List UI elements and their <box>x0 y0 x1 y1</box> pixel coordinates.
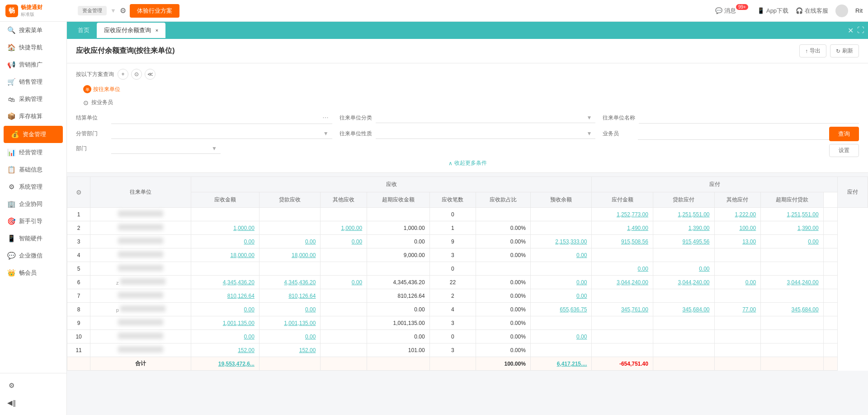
table-cell[interactable]: 915,508.56 <box>592 235 653 248</box>
table-cell[interactable]: 345,761.00 <box>592 303 653 316</box>
table-cell[interactable]: 0.00 <box>321 276 367 289</box>
sidebar-item-nav[interactable]: 🏠 快捷导航 <box>0 39 66 56</box>
scheme-yewuyuan[interactable]: ⊙ 按业务员 <box>80 97 859 108</box>
table-cell[interactable]: 3,044,240.00 <box>592 276 653 289</box>
export-button[interactable]: ↑ 导出 <box>799 44 826 57</box>
table-cell[interactable]: 915,495.56 <box>653 235 714 248</box>
fengguan-select-wrapper[interactable]: ▼ <box>111 129 332 139</box>
table-cell[interactable]: 1,252,773.00 <box>592 208 653 221</box>
online-service-button[interactable]: 🎧 在线客服 <box>796 7 828 15</box>
table-cell[interactable]: 0.00 <box>714 276 761 289</box>
tab-expand-btn[interactable]: ⛶ <box>857 26 864 35</box>
tab-close-btn[interactable]: ✕ <box>848 26 854 35</box>
table-cell[interactable]: 0.00 <box>191 303 259 316</box>
table-cell[interactable]: 1,390.00 <box>653 221 714 235</box>
avatar[interactable] <box>835 5 848 17</box>
sidebar-item-search[interactable]: 🔍 搜索菜单 <box>0 22 66 39</box>
xingzhi-select-wrapper[interactable]: ▼ <box>376 129 596 139</box>
table-cell[interactable]: 0.00 <box>259 330 321 343</box>
nav-breadcrumb[interactable]: 资金管理 <box>78 6 107 15</box>
table-cell[interactable]: 2,153,333.00 <box>530 235 592 248</box>
table-cell[interactable]: 3,044,240.00 <box>653 276 714 289</box>
table-cell[interactable]: 0.00 <box>321 235 367 248</box>
table-cell[interactable]: 810,126.64 <box>191 289 259 303</box>
table-cell[interactable]: 1,222.00 <box>714 208 761 221</box>
sidebar-item-marketing[interactable]: 📢 营销推广 <box>0 56 66 73</box>
sidebar-item-cooperation[interactable]: 🏢 企业协同 <box>0 196 66 213</box>
table-cell[interactable]: 810,126.64 <box>259 289 321 303</box>
sidebar-item-hardware[interactable]: 📱 智能硬件 <box>0 230 66 247</box>
table-cell[interactable]: 1,000.00 <box>321 221 367 235</box>
table-cell[interactable]: 4,345,436.20 <box>191 276 259 289</box>
add-scheme-button[interactable]: + <box>118 69 128 80</box>
table-cell[interactable]: 1,490.00 <box>592 221 653 235</box>
table-cell[interactable]: 0.00 <box>191 330 259 343</box>
table-cell[interactable]: 1,251,551.00 <box>653 208 714 221</box>
table-cell[interactable]: 18,000.00 <box>191 248 259 262</box>
table-cell[interactable]: 0.00 <box>191 235 259 248</box>
table-cell[interactable]: 0.00 <box>530 248 592 262</box>
bumen-select-wrapper[interactable]: ▼ <box>111 143 221 154</box>
message-button[interactable]: 💬 消息 99+ <box>715 7 750 15</box>
sidebar-item-collapse[interactable]: ◀‖ <box>0 394 66 411</box>
sidebar-item-weixin[interactable]: 💬 企业微信 <box>0 247 66 264</box>
sidebar-item-inventory[interactable]: 📦 库存核算 <box>0 108 66 125</box>
app-download-button[interactable]: 📱 App下载 <box>757 7 788 15</box>
sidebar-item-member[interactable]: 👑 畅会员 <box>0 264 66 281</box>
sidebar-item-finance[interactable]: 💰 资金管理 <box>4 126 63 143</box>
table-cell[interactable]: 13.00 <box>714 235 761 248</box>
jiesuan-input[interactable] <box>115 114 322 121</box>
table-cell[interactable]: 1,001,135.00 <box>259 316 321 330</box>
arrow-scheme-button[interactable]: ≪ <box>145 69 156 80</box>
table-cell[interactable]: 345,684.00 <box>653 303 714 316</box>
table-cell[interactable]: 0.00 <box>530 276 592 289</box>
table-cell[interactable]: 0.00 <box>761 235 823 248</box>
table-cell[interactable]: 1,000.00 <box>191 221 259 235</box>
sidebar-item-basic[interactable]: 📋 基础信息 <box>0 161 66 178</box>
table-settings-icon[interactable]: ⚙ <box>76 189 82 196</box>
sidebar-item-settings[interactable]: ⚙ <box>0 377 66 394</box>
settings-icon[interactable]: ⚙ <box>120 6 126 15</box>
table-cell[interactable]: 0.00 <box>259 235 321 248</box>
table-wrapper[interactable]: ⚙ 往来单位 应收 应付 应付 应收金额 贷款应收 其他应收 超期应收金额 应收… <box>67 173 868 415</box>
yewuyuan-input[interactable] <box>642 130 849 137</box>
jiesuan-dots-icon[interactable]: ··· <box>322 114 328 122</box>
table-cell[interactable]: 152.00 <box>259 343 321 357</box>
refresh-button[interactable]: ↻ 刷新 <box>830 44 859 57</box>
tab-close-icon[interactable]: × <box>156 28 158 33</box>
table-cell[interactable]: 152.00 <box>191 343 259 357</box>
sidebar-item-purchase[interactable]: 🛍 采购管理 <box>0 91 66 108</box>
sidebar-item-sales[interactable]: 🛒 销售管理 <box>0 73 66 91</box>
fenlei-select-wrapper[interactable]: ▼ <box>376 113 596 123</box>
collapse-button[interactable]: ∧ 收起更多条件 <box>76 157 859 169</box>
table-cell[interactable]: 1,390.00 <box>761 221 823 235</box>
industry-plan-button[interactable]: 体验行业方案 <box>130 4 179 18</box>
th-settings[interactable]: ⚙ <box>67 177 90 208</box>
table-cell[interactable]: 77.00 <box>714 303 761 316</box>
table-cell[interactable]: 0.00 <box>592 262 653 276</box>
table-cell[interactable]: 4,345,436.20 <box>259 276 321 289</box>
table-cell[interactable]: 1,001,135.00 <box>191 316 259 330</box>
table-cell[interactable]: 345,684.00 <box>761 303 823 316</box>
table-cell[interactable]: 0.00 <box>259 303 321 316</box>
query-button[interactable]: 查询 <box>829 127 859 141</box>
sidebar-item-management[interactable]: 📊 经营管理 <box>0 144 66 161</box>
sidebar-item-guide[interactable]: 🎯 新手引导 <box>0 213 66 230</box>
jiesuan-input-wrapper[interactable]: ··· <box>111 112 332 124</box>
mingcheng-input-wrapper[interactable] <box>639 113 859 124</box>
table-cell[interactable]: 0.00 <box>530 289 592 303</box>
mingcheng-input[interactable] <box>642 115 855 121</box>
table-cell[interactable]: 0.00 <box>530 330 592 343</box>
footer-yuyu[interactable]: 6,417,215.... <box>530 357 592 371</box>
table-cell[interactable]: 655,636.75 <box>530 303 592 316</box>
table-cell[interactable]: 18,000.00 <box>259 248 321 262</box>
scheme-wanglai[interactable]: 单 按往来单位 <box>80 83 859 95</box>
tab-home[interactable]: 首页 <box>71 23 97 38</box>
table-cell[interactable]: 0.00 <box>653 262 714 276</box>
table-cell[interactable]: 3,044,240.00 <box>761 276 823 289</box>
yewuyuan-input-wrapper[interactable]: ··· <box>638 128 859 140</box>
sidebar-item-system[interactable]: ⚙ 系统管理 <box>0 178 66 196</box>
table-cell[interactable]: 1,251,551.00 <box>761 208 823 221</box>
set-button[interactable]: 设置 <box>829 144 859 157</box>
tab-query[interactable]: 应收应付余额查询 × <box>97 23 165 38</box>
